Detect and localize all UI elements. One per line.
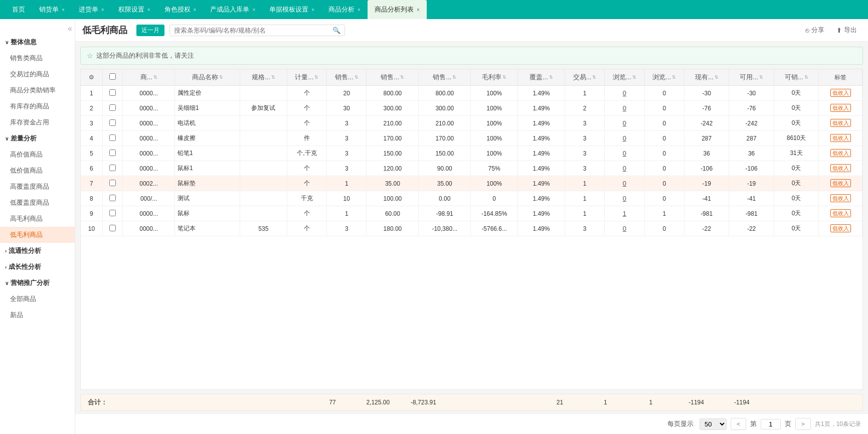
export-btn[interactable]: ⬆ 导出 xyxy=(832,24,861,36)
row-checkbox[interactable] xyxy=(109,89,116,96)
th-browse1[interactable]: 浏览...⇅ xyxy=(605,69,644,86)
cell-browse1[interactable]: 0 xyxy=(605,146,644,161)
th-name[interactable]: 商品名称⇅ xyxy=(175,69,240,86)
nav-close-permissions[interactable]: × xyxy=(147,7,150,13)
nav-close-roles[interactable]: × xyxy=(194,7,197,13)
sidebar-item-low-value[interactable]: 低价值商品 xyxy=(0,163,75,179)
cell-browse1[interactable]: 0 xyxy=(605,101,644,116)
th-settings[interactable]: ⚙ xyxy=(81,69,102,86)
cell-name[interactable]: 测试 xyxy=(175,191,240,206)
cell-browse1[interactable]: 1 xyxy=(605,206,644,221)
sidebar-group-circulation-title[interactable]: › 流通性分析 xyxy=(0,243,75,259)
page-input[interactable] xyxy=(761,419,781,429)
cell-browse1[interactable]: 0 xyxy=(605,176,644,191)
cell-browse1[interactable]: 0 xyxy=(605,131,644,146)
th-code[interactable]: 商...⇅ xyxy=(123,69,175,86)
th-unit[interactable]: 计量...⇅ xyxy=(287,69,326,86)
next-page-btn[interactable]: ＞ xyxy=(795,418,811,430)
sidebar-item-high-value[interactable]: 高价值商品 xyxy=(0,147,75,163)
nav-close-purchase[interactable]: × xyxy=(101,7,104,13)
row-checkbox[interactable] xyxy=(109,134,116,141)
cell-name[interactable]: 鼠标垫 xyxy=(175,176,240,191)
cell-browse1[interactable]: 0 xyxy=(605,191,644,206)
nav-roles[interactable]: 角色授权 × xyxy=(157,0,204,19)
th-spec[interactable]: 规格...⇅ xyxy=(240,69,287,86)
sidebar-item-in-stock[interactable]: 有库存的商品 xyxy=(0,98,75,114)
sidebar-item-new-products[interactable]: 新品 xyxy=(0,307,75,323)
sidebar-item-sales-products[interactable]: 销售类商品 xyxy=(0,50,75,66)
sidebar-item-traded-products[interactable]: 交易过的商品 xyxy=(0,66,75,82)
cell-browse1[interactable]: 0 xyxy=(605,86,644,101)
nav-close-sales[interactable]: × xyxy=(62,7,65,13)
search-icon[interactable]: 🔍 xyxy=(332,27,340,34)
sidebar-item-high-coverage[interactable]: 高覆盖度商品 xyxy=(0,179,75,195)
th-available[interactable]: 可用...⇅ xyxy=(729,69,774,86)
row-checkbox[interactable] xyxy=(109,180,116,186)
th-gross[interactable]: 毛利率⇅ xyxy=(471,69,518,86)
cell-name[interactable]: 铅笔1 xyxy=(175,146,240,161)
th-tag[interactable]: 标签 xyxy=(819,69,862,86)
th-sales-qty[interactable]: 销售...⇅ xyxy=(327,69,367,86)
sidebar-item-low-coverage[interactable]: 低覆盖度商品 xyxy=(0,195,75,211)
nav-home[interactable]: 首页 xyxy=(5,0,32,19)
nav-close-product-analysis[interactable]: × xyxy=(358,7,361,13)
nav-close-product-analysis-list[interactable]: × xyxy=(417,7,420,13)
sidebar-item-all-products[interactable]: 全部商品 xyxy=(0,291,75,307)
sidebar-group-differential-title[interactable]: ∨ 差量分析 xyxy=(0,130,75,147)
sidebar-item-low-margin[interactable]: 低毛利商品 xyxy=(0,227,75,243)
row-checkbox[interactable] xyxy=(109,150,116,156)
prev-page-btn[interactable]: ＜ xyxy=(731,418,746,430)
th-browse2[interactable]: 浏览...⇅ xyxy=(644,69,684,86)
cell-check[interactable] xyxy=(102,221,122,236)
cell-name[interactable]: 属性定价 xyxy=(175,86,240,101)
share-btn[interactable]: ⎋ 分享 xyxy=(801,24,828,36)
row-checkbox[interactable] xyxy=(109,165,116,171)
cell-browse1[interactable]: 0 xyxy=(605,221,644,236)
cell-check[interactable] xyxy=(102,116,122,131)
select-all-checkbox[interactable] xyxy=(109,73,116,80)
sidebar-item-category-assist[interactable]: 商品分类助销率 xyxy=(0,82,75,98)
nav-product-entry[interactable]: 产成品入库单 × xyxy=(203,0,262,19)
cell-name[interactable]: 鼠标1 xyxy=(175,161,240,176)
th-sales-profit[interactable]: 销售...⇅ xyxy=(419,69,471,86)
table-wrapper[interactable]: ⚙ 商...⇅ 商品名称⇅ 规格...⇅ 计量...⇅ 销售...⇅ 销售...… xyxy=(80,69,863,390)
cell-check[interactable] xyxy=(102,131,122,146)
nav-sales-order[interactable]: 销货单 × xyxy=(32,0,72,19)
cell-check[interactable] xyxy=(102,191,122,206)
sidebar-group-marketing-title[interactable]: ∨ 营销推广分析 xyxy=(0,275,75,291)
row-checkbox[interactable] xyxy=(109,210,116,216)
nav-close-product-entry[interactable]: × xyxy=(252,7,255,13)
cell-name[interactable]: 橡皮擦 xyxy=(175,131,240,146)
cell-check[interactable] xyxy=(102,86,122,101)
page-size-select[interactable]: 50 20 100 xyxy=(700,418,727,430)
nav-close-template[interactable]: × xyxy=(311,7,314,13)
row-checkbox[interactable] xyxy=(109,104,116,111)
sidebar-item-capital[interactable]: 库存资金占用 xyxy=(0,114,75,130)
nav-purchase-order[interactable]: 进货单 × xyxy=(72,0,111,19)
cell-check[interactable] xyxy=(102,101,122,116)
th-saleable[interactable]: 可销...⇅ xyxy=(774,69,818,86)
row-checkbox[interactable] xyxy=(109,119,116,126)
nav-product-analysis[interactable]: 商品分析 × xyxy=(321,0,368,19)
nav-permissions[interactable]: 权限设置 × xyxy=(111,0,157,19)
filter-recent-month-btn[interactable]: 近一月 xyxy=(136,25,164,36)
row-checkbox[interactable] xyxy=(109,225,116,231)
sidebar-group-overall-title[interactable]: ∨ 整体信息 xyxy=(0,34,75,50)
sidebar-item-high-margin[interactable]: 高毛利商品 xyxy=(0,211,75,227)
cell-browse1[interactable]: 0 xyxy=(605,161,644,176)
cell-name[interactable]: 电话机 xyxy=(175,116,240,131)
cell-check[interactable] xyxy=(102,146,122,161)
row-checkbox[interactable] xyxy=(109,195,116,201)
th-current[interactable]: 现有...⇅ xyxy=(684,69,729,86)
cell-name[interactable]: 鼠标 xyxy=(175,206,240,221)
nav-product-analysis-list[interactable]: 商品分析列表 × xyxy=(368,0,427,19)
cell-name[interactable]: 笔记本 xyxy=(175,221,240,236)
cell-check[interactable] xyxy=(102,161,122,176)
th-trade[interactable]: 交易...⇅ xyxy=(565,69,604,86)
sidebar-group-growth-title[interactable]: › 成长性分析 xyxy=(0,259,75,275)
sidebar-collapse-btn[interactable]: « xyxy=(65,23,75,34)
cell-browse1[interactable]: 0 xyxy=(605,116,644,131)
cell-check[interactable] xyxy=(102,176,122,191)
nav-template-settings[interactable]: 单据模板设置 × xyxy=(262,0,321,19)
cell-check[interactable] xyxy=(102,206,122,221)
